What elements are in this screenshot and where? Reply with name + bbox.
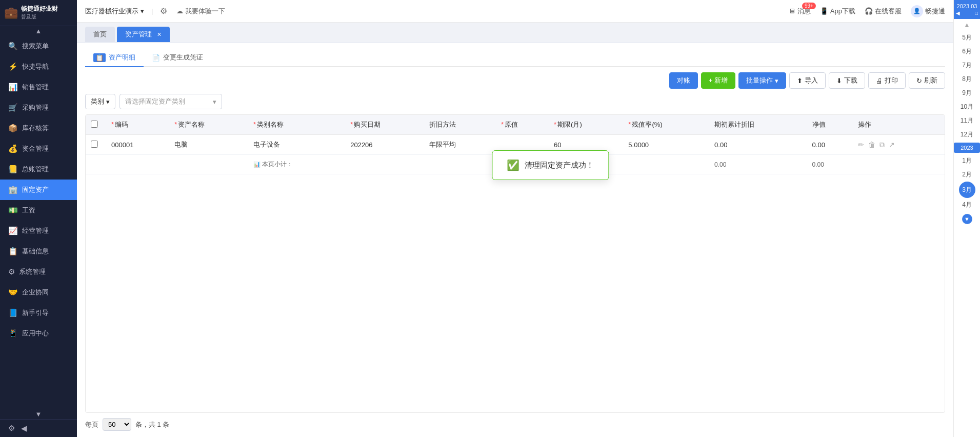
cal-month-feb[interactable]: 2月 (954, 168, 980, 182)
td-operation: ✏ 🗑 ⧉ ↗ (853, 135, 945, 155)
reconcile-button[interactable]: 对账 (669, 72, 698, 89)
more-icon[interactable]: ↗ (889, 141, 895, 149)
cal-month-jun[interactable]: 6月 (954, 45, 980, 58)
cal-month-aug[interactable]: 8月 (954, 72, 980, 86)
category-select[interactable]: 类别 ▾ (85, 94, 115, 109)
cal-month-oct[interactable]: 10月 (954, 100, 980, 114)
sidebar-item-guide[interactable]: 📘 新手引导 (0, 303, 77, 323)
sidebar-item-label: 经营管理 (22, 226, 49, 235)
sidebar-item-fixed-assets[interactable]: 🏢 固定资产 (0, 180, 77, 200)
cal-month-mar-active[interactable]: 3月 (959, 182, 975, 198)
download-label: 下载 (844, 76, 857, 85)
company-selector[interactable]: 医疗器械行业演示 ▾ (85, 7, 144, 16)
copy-icon[interactable]: ⧉ (879, 141, 885, 149)
topbar-settings-icon[interactable]: ⚙ (160, 6, 167, 16)
sidebar-item-system[interactable]: ⚙ 系统管理 (0, 262, 77, 282)
reconcile-label: 对账 (677, 76, 690, 85)
page-size-select[interactable]: 50 10 20 100 (103, 418, 131, 431)
tab-asset-management[interactable]: 资产管理 ✕ (117, 27, 170, 42)
download-button[interactable]: ⬇ 下载 (829, 72, 865, 89)
category-placeholder: 请选择固定资产类别 (125, 97, 185, 106)
right-sidebar-header[interactable]: 2023.03 ◀ □ (954, 0, 980, 19)
tab-home[interactable]: 首页 (85, 27, 115, 42)
subtotal-icon: 📊 (253, 161, 261, 167)
cal-month-may[interactable]: 5月 (954, 31, 980, 45)
sidebar-item-quick-nav[interactable]: ⚡ 快捷导航 (0, 56, 77, 77)
customer-service-button[interactable]: 🎧 在线客服 (865, 7, 902, 16)
subtab-asset-detail-label: 资产明细 (109, 53, 135, 62)
settings-bottom-icon[interactable]: ⚙ (8, 424, 15, 433)
subtab-generate-voucher-icon: 📄 (152, 54, 160, 62)
app-download-button[interactable]: 📱 App下载 (820, 7, 855, 16)
select-all-checkbox[interactable] (91, 121, 98, 128)
import-button[interactable]: ⬆ 导入 (789, 72, 826, 89)
collapse-icon[interactable]: ◀ (21, 424, 27, 433)
right-sidebar-period: 2023.03 (957, 3, 977, 9)
sidebar-item-operations[interactable]: 📈 经营管理 (0, 221, 77, 241)
finance-icon: 💰 (8, 144, 18, 153)
delete-icon[interactable]: 🗑 (868, 141, 875, 149)
enterprise-icon: 🤝 (8, 288, 18, 297)
sidebar-item-label: 基础信息 (22, 247, 49, 256)
per-page-label: 每页 (85, 420, 98, 429)
toast-message: 清理固定资产成功！ (525, 161, 594, 170)
user-name: 畅捷通 (925, 7, 945, 16)
refresh-button[interactable]: ↻ 刷新 (909, 72, 945, 89)
right-sidebar-scroll-up[interactable]: ▲ (954, 19, 980, 31)
tab-asset-close[interactable]: ✕ (157, 31, 162, 37)
sidebar: 💼 畅捷通好业财 普及版 ▲ 🔍 搜索菜单 ⚡ 快捷导航 📊 销售管理 🛒 采购… (0, 0, 77, 437)
sidebar-item-basic-info[interactable]: 📋 基础信息 (0, 241, 77, 262)
sidebar-item-inventory[interactable]: 📦 库存核算 (0, 118, 77, 138)
subtab-asset-detail[interactable]: 📋 资产明细 (85, 49, 144, 67)
sidebar-item-label: 总账管理 (22, 165, 49, 174)
th-original-value: *原值 (496, 115, 549, 135)
sidebar-item-sales[interactable]: 📊 销售管理 (0, 77, 77, 97)
cal-month-jul[interactable]: 7月 (954, 58, 980, 72)
cal-month-nov[interactable]: 11月 (954, 114, 980, 128)
message-icon: 🖥 (789, 7, 795, 15)
sidebar-scroll-up[interactable]: ▲ (0, 26, 77, 36)
operations-icon: 📈 (8, 226, 18, 235)
main-content: 医疗器械行业演示 ▾ | ⚙ ☁ 我要体验一下 🖥 消息 99+ 📱 App下载… (77, 0, 953, 437)
th-purchase-date: *购买日期 (345, 115, 424, 135)
batch-button[interactable]: 批量操作 ▾ (738, 72, 786, 89)
sidebar-item-app-center[interactable]: 📱 应用中心 (0, 323, 77, 344)
right-sidebar-settings-icon[interactable]: □ (975, 10, 978, 16)
sidebar-item-label: 新手引导 (22, 308, 49, 317)
trial-button[interactable]: ☁ 我要体验一下 (176, 7, 225, 16)
edit-icon[interactable]: ✏ (858, 141, 864, 149)
trial-cloud-icon: ☁ (176, 7, 183, 15)
cal-month-sep[interactable]: 9月 (954, 86, 980, 100)
right-sidebar-scroll-down[interactable]: ▼ (954, 212, 980, 226)
sidebar-item-purchase[interactable]: 🛒 采购管理 (0, 97, 77, 118)
row-checkbox[interactable] (91, 141, 98, 148)
cal-month-apr[interactable]: 4月 (954, 198, 980, 212)
subtab-generate-voucher[interactable]: 📄 变更生成凭证 (144, 49, 211, 67)
td-subtotal-net: 0.00 (807, 155, 853, 174)
sidebar-item-search[interactable]: 🔍 搜索菜单 (0, 36, 77, 56)
pagination: 每页 50 10 20 100 条，共 1 条 (85, 413, 945, 431)
scroll-down-btn[interactable]: ▼ (962, 214, 972, 224)
sidebar-scroll-down[interactable]: ▼ (0, 409, 77, 419)
th-category: *类别名称 (248, 115, 345, 135)
new-button[interactable]: + 新增 (701, 72, 735, 89)
topbar: 医疗器械行业演示 ▾ | ⚙ ☁ 我要体验一下 🖥 消息 99+ 📱 App下载… (77, 0, 953, 23)
user-profile-button[interactable]: 👤 畅捷通 (911, 5, 945, 17)
sidebar-item-wages[interactable]: 💵 工资 (0, 200, 77, 221)
subtab-asset-detail-icon: 📋 (93, 53, 106, 62)
sidebar-item-enterprise[interactable]: 🤝 企业协同 (0, 282, 77, 303)
right-sidebar: 2023.03 ◀ □ ▲ 5月 6月 7月 8月 9月 10月 11月 12月… (953, 0, 980, 437)
print-button[interactable]: 🖨 打印 (868, 72, 906, 89)
sidebar-item-label: 快捷导航 (22, 62, 49, 71)
category-input[interactable]: 请选择固定资产类别 ▾ (119, 94, 222, 109)
trial-label: 我要体验一下 (185, 7, 225, 16)
cal-month-dec[interactable]: 12月 (954, 128, 980, 142)
row-operations: ✏ 🗑 ⧉ ↗ (858, 141, 939, 149)
sidebar-item-finance[interactable]: 💰 资金管理 (0, 138, 77, 159)
right-sidebar-expand-icon[interactable]: ◀ (956, 10, 960, 16)
quick-nav-icon: ⚡ (8, 62, 18, 71)
guide-icon: 📘 (8, 308, 18, 317)
cal-month-jan[interactable]: 1月 (954, 154, 980, 168)
message-button[interactable]: 🖥 消息 99+ (789, 7, 811, 16)
sidebar-item-ledger[interactable]: 📒 总账管理 (0, 159, 77, 180)
